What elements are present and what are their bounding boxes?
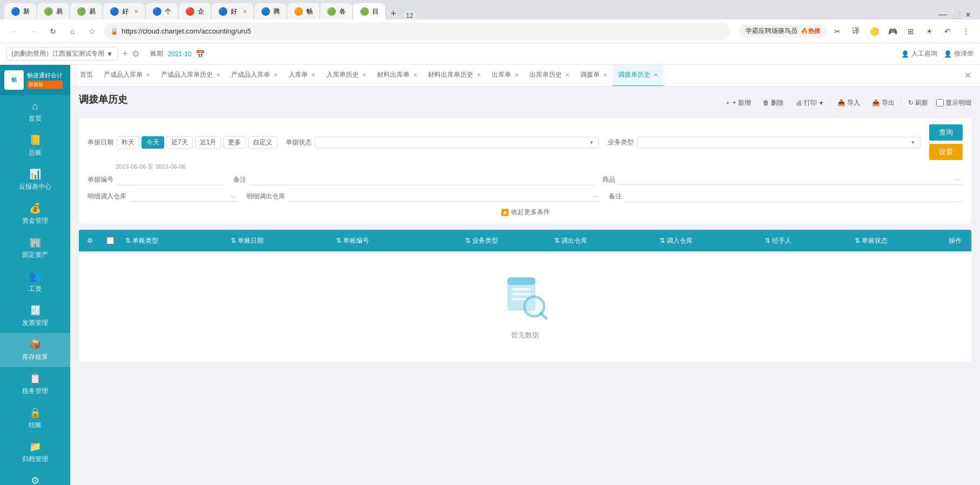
browser-tab-10[interactable]: 🟢 各	[320, 3, 352, 19]
display-all-toggle[interactable]: 显示明细	[936, 98, 971, 108]
undo-btn[interactable]: ↶	[940, 24, 955, 39]
window-close-btn[interactable]: ✕	[965, 10, 971, 19]
support-link[interactable]: 👤 人工咨询	[901, 49, 937, 58]
content-tab-9[interactable]: 出库单历史 ✕	[524, 65, 575, 87]
date-btn-more[interactable]: 更多	[223, 136, 246, 149]
content-tab-3-close[interactable]: ✕	[273, 72, 278, 78]
delete-button[interactable]: 🗑 删除	[757, 96, 789, 110]
games-btn[interactable]: 🎮	[885, 24, 900, 39]
calendar-icon[interactable]: 📅	[196, 50, 205, 58]
content-tab-4-close[interactable]: ✕	[311, 72, 316, 78]
sidebar-item-basic[interactable]: ⚙ 基础设置	[0, 469, 70, 485]
content-tab-8-close[interactable]: ✕	[514, 72, 519, 78]
content-tab-1[interactable]: 产成品入库单 ✕	[98, 65, 156, 87]
content-tab-2-close[interactable]: ✕	[216, 72, 220, 78]
content-tab-5[interactable]: 入库单历史 ✕	[321, 65, 372, 87]
col-type[interactable]: ⇅ 单账类型	[120, 236, 225, 245]
grid-btn[interactable]: ⊞	[903, 24, 918, 39]
browser-tab-1[interactable]: 🔵 新	[4, 3, 36, 19]
sidebar-item-inventory[interactable]: 📦 库存核算	[0, 333, 70, 367]
browser-tab-9[interactable]: 🟠 畅	[287, 3, 319, 19]
sidebar-item-tax[interactable]: 📋 税务管理	[0, 367, 70, 401]
add-button[interactable]: ＋ + 新增	[719, 96, 756, 110]
bookmark-button[interactable]: ☆	[84, 24, 99, 39]
content-tab-home[interactable]: 首页	[75, 65, 98, 87]
content-tab-8[interactable]: 出库单 ✕	[486, 65, 524, 87]
col-handler[interactable]: ⇅ 经手人	[760, 236, 849, 245]
date-btn-7days[interactable]: 近7天	[166, 136, 193, 149]
content-tab-11-close[interactable]: ✕	[654, 72, 658, 78]
browser-tab-6[interactable]: 🔴 企	[179, 3, 211, 19]
date-btn-today[interactable]: 今天	[142, 136, 164, 149]
sidebar-item-fund[interactable]: 💰 资金管理	[0, 197, 70, 231]
col-biz[interactable]: ⇅ 业务类型	[460, 236, 549, 245]
browser-tab-3[interactable]: 🟢 易	[70, 3, 102, 19]
window-minimize-btn[interactable]: —	[938, 10, 947, 19]
browser-tab-4[interactable]: 🔵 好 ✕	[103, 3, 145, 19]
brightness-btn[interactable]: ☀	[922, 24, 937, 39]
wallet-btn[interactable]: 🟡	[867, 24, 882, 39]
import-button[interactable]: 📥 导入	[832, 96, 865, 110]
content-tab-4[interactable]: 入库单 ✕	[283, 65, 321, 87]
home-button[interactable]: ⌂	[65, 24, 80, 39]
browser-tab-5[interactable]: 🔵 个	[146, 3, 178, 19]
new-tab-button[interactable]: +	[386, 8, 401, 19]
status-select[interactable]: ▼	[315, 137, 599, 148]
filter-settings-button[interactable]: 设置	[929, 144, 963, 160]
period-value[interactable]: 2021-10	[167, 50, 191, 58]
close-all-tabs-btn[interactable]: ✕	[960, 70, 976, 81]
display-all-checkbox[interactable]	[936, 99, 944, 107]
back-button[interactable]: ←	[6, 24, 22, 39]
content-tab-9-close[interactable]: ✕	[565, 72, 569, 78]
sidebar-item-ledger[interactable]: 📒 总账	[0, 129, 70, 163]
add-account-btn[interactable]: +	[122, 48, 128, 59]
content-tab-7-close[interactable]: ✕	[476, 72, 481, 78]
account-settings-icon[interactable]: ⚙	[132, 49, 139, 59]
content-tab-3[interactable]: 产成品入库单 ✕	[226, 65, 283, 87]
sidebar-item-closing[interactable]: 🔒 结账	[0, 401, 70, 435]
sidebar-item-home[interactable]: ⌂ 首页	[0, 95, 70, 129]
col-out-wh[interactable]: ⇅ 调出仓库	[549, 236, 654, 245]
browser-tab-2[interactable]: 🟢 易	[37, 3, 69, 19]
col-num[interactable]: ⇅ 单账编号	[331, 236, 460, 245]
table-select-all[interactable]	[100, 237, 120, 244]
sidebar-item-asset[interactable]: 🏢 固定资产	[0, 231, 70, 265]
table-settings-icon[interactable]: ⚙	[79, 237, 100, 244]
content-tab-2[interactable]: 产成品入库单历史 ✕	[156, 65, 226, 87]
reload-button[interactable]: ↻	[45, 24, 61, 39]
content-tab-10-close[interactable]: ✕	[603, 72, 607, 78]
content-tab-7[interactable]: 材料出库单历史 ✕	[422, 65, 486, 87]
select-all-checkbox[interactable]	[106, 237, 114, 244]
query-button[interactable]: 查询	[929, 124, 963, 141]
date-btn-yesterday[interactable]: 昨天	[117, 136, 139, 149]
docnum-input[interactable]	[117, 174, 225, 185]
col-status[interactable]: ⇅ 单账状态	[849, 236, 939, 245]
tab4-close-icon[interactable]: ✕	[134, 9, 138, 15]
col-date[interactable]: ⇅ 单账日期	[225, 236, 331, 245]
tab7-close-icon[interactable]: ✕	[243, 9, 247, 15]
content-tab-1-close[interactable]: ✕	[146, 72, 150, 78]
print-button[interactable]: 🖨 打印 ▼	[790, 96, 829, 110]
content-tab-11[interactable]: 调拨单历史 ✕	[613, 65, 663, 87]
export-button[interactable]: 📤 导出	[867, 96, 900, 110]
content-tab-10[interactable]: 调拨单 ✕	[575, 65, 613, 87]
refresh-button[interactable]: ↻ 刷新	[903, 96, 934, 110]
menu-btn[interactable]: ⋮	[958, 24, 974, 39]
window-maximize-btn[interactable]: ⬜	[951, 10, 961, 19]
user-profile[interactable]: 👤 徐泽华	[944, 49, 974, 58]
in-wh-more-btn[interactable]: ···	[230, 192, 236, 200]
translate-btn[interactable]: 译	[848, 24, 863, 39]
sidebar-item-report[interactable]: 📊 云报表中心	[0, 163, 70, 197]
date-btn-1month[interactable]: 近1月	[195, 136, 221, 149]
forward-button[interactable]: →	[26, 24, 41, 39]
goods-more-btn[interactable]: ···	[955, 176, 961, 183]
content-tab-6[interactable]: 材料出库单 ✕	[372, 65, 422, 87]
tab-count-badge[interactable]: 12	[403, 12, 417, 19]
content-tab-6-close[interactable]: ✕	[413, 72, 417, 78]
browser-tab-11[interactable]: 🟢 目	[353, 3, 385, 19]
note2-input[interactable]	[625, 191, 963, 202]
sidebar-item-payroll[interactable]: 👥 工资	[0, 265, 70, 299]
browser-tab-7[interactable]: 🔵 好 ✕	[212, 3, 253, 19]
content-tab-5-close[interactable]: ✕	[362, 72, 366, 78]
extensions-btn[interactable]: ✂	[830, 24, 845, 39]
